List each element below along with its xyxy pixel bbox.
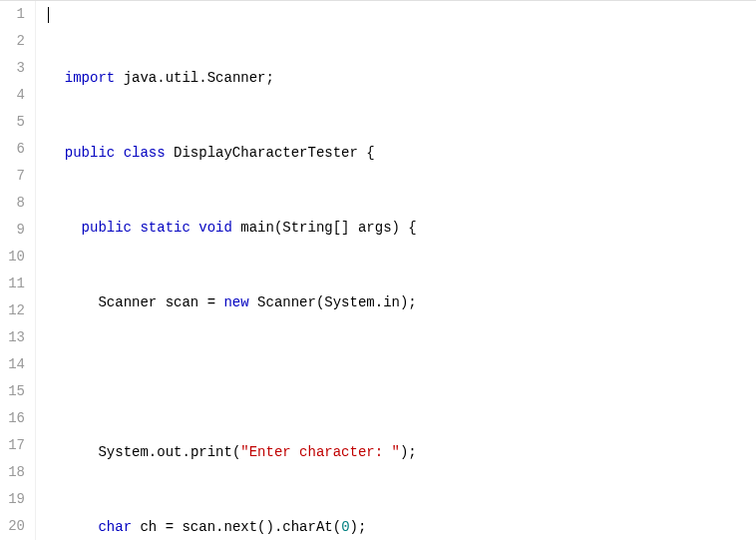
line-number: 12	[0, 297, 25, 324]
keyword-public: public	[65, 145, 115, 161]
line-number: 13	[0, 324, 25, 351]
keyword-static: static	[140, 220, 189, 236]
line-number: 19	[0, 486, 25, 513]
number-literal: 0	[341, 519, 349, 535]
line-number: 2	[0, 28, 25, 55]
code-area[interactable]: import java.util.Scanner; public class D…	[36, 1, 756, 540]
code-line	[48, 364, 756, 391]
line-number: 16	[0, 405, 25, 432]
keyword-class: class	[124, 145, 166, 161]
line-number: 14	[0, 351, 25, 378]
keyword-public: public	[82, 220, 132, 236]
line-number: 8	[0, 190, 25, 217]
keyword-void: void	[198, 220, 232, 236]
line-number: 11	[0, 270, 25, 297]
line-number: 20	[0, 513, 25, 540]
line-number: 1	[0, 1, 25, 28]
string-literal: "Enter character: "	[240, 444, 400, 460]
line-number: 10	[0, 244, 25, 270]
keyword-import: import	[65, 70, 115, 86]
code-line: Scanner scan = new Scanner(System.in);	[48, 289, 756, 316]
code-line: System.out.print("Enter character: ");	[48, 439, 756, 466]
text-cursor	[48, 7, 49, 23]
code-line: import java.util.Scanner;	[48, 65, 756, 92]
code-line: public static void main(String[] args) {	[48, 215, 756, 242]
line-number: 3	[0, 55, 25, 82]
code-line: char ch = scan.next().charAt(0);	[48, 514, 756, 540]
line-number: 15	[0, 378, 25, 405]
line-number: 5	[0, 109, 25, 136]
code-line: public class DisplayCharacterTester {	[48, 140, 756, 167]
line-number-gutter: 1 2 3 4 5 6 7 8 9 10 11 12 13 14 15 16 1…	[0, 1, 36, 540]
line-number: 4	[0, 82, 25, 109]
code-editor: 1 2 3 4 5 6 7 8 9 10 11 12 13 14 15 16 1…	[0, 0, 756, 540]
line-number: 9	[0, 217, 25, 244]
keyword-char: char	[98, 519, 132, 535]
line-number: 18	[0, 459, 25, 486]
keyword-new: new	[223, 294, 248, 310]
line-number: 17	[0, 432, 25, 459]
line-number: 7	[0, 163, 25, 190]
line-number: 6	[0, 136, 25, 163]
